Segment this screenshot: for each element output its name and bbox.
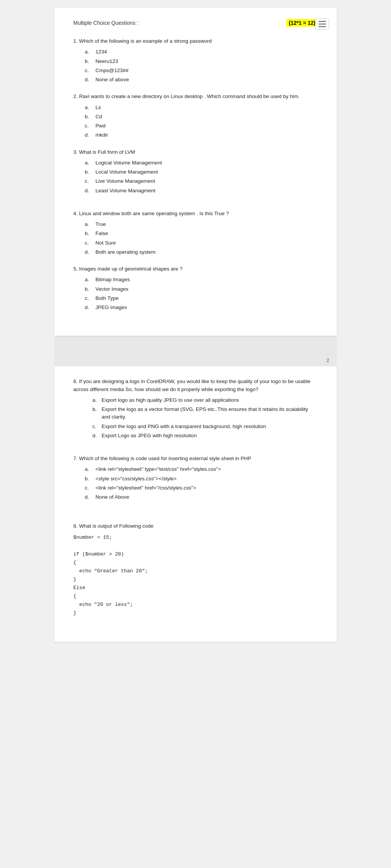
option-text: None of Above — [95, 493, 129, 501]
list-item: a. <link rel="stylesheet" type="text/css… — [85, 465, 318, 473]
question-7: 7. Which of the following is code used f… — [73, 455, 318, 501]
question-1-options: a. 1234 b. Neeru123 c. Cmps@123## d. Non… — [73, 48, 318, 84]
question-1: 1. Which of the following is an example … — [73, 37, 318, 84]
option-text: <link rel="stylesheet" type="text/css" h… — [95, 465, 221, 473]
option-text: Least Volume Managment — [95, 187, 155, 195]
option-label: b. — [85, 285, 91, 293]
question-6-text: 6. If you are designing a logo in CorelD… — [73, 378, 318, 393]
option-label: b. — [85, 475, 91, 483]
option-label: d. — [92, 432, 99, 440]
list-item: b. Neeru123 — [85, 58, 318, 65]
option-text: Ls — [95, 104, 101, 111]
option-label: c. — [85, 67, 91, 74]
option-text: Cmps@123## — [95, 67, 129, 74]
option-label: a. — [85, 104, 91, 111]
page-2: 6. If you are designing a logo in CorelD… — [54, 366, 337, 642]
question-5: 5. Images made up of geometrical shapes … — [73, 265, 318, 311]
hamburger-line-3 — [318, 26, 326, 27]
list-item: d. None of Above — [85, 493, 318, 501]
list-item: c. Not Sure — [85, 239, 318, 247]
option-label: c. — [85, 484, 91, 492]
list-item: a. Bitmap Images — [85, 276, 318, 283]
question-3-options: a. Logical Volume Management b. Local Vo… — [73, 159, 318, 195]
question-1-text: 1. Which of the following is an example … — [73, 37, 318, 45]
page-1: Multiple Choice Questions : (12*1 = 12) … — [54, 8, 337, 336]
question-4-options: a. True b. False c. Not Sure d. Both are… — [73, 221, 318, 256]
option-label: c. — [85, 122, 91, 130]
list-item: d. mkdir — [85, 131, 318, 139]
option-text: JPEG images — [95, 304, 127, 311]
option-label: a. — [85, 465, 91, 473]
question-3-number: 3. — [73, 149, 79, 155]
option-label: a. — [85, 221, 91, 228]
page-header: Multiple Choice Questions : (12*1 = 12) — [73, 19, 318, 27]
list-item: c. Export the logo and PNG with a transp… — [92, 423, 318, 430]
option-label: b. — [92, 406, 99, 421]
list-item: a. True — [85, 221, 318, 228]
question-3-text: 3. What is Full form of LVM — [73, 148, 318, 156]
option-text: Export the logo and PNG with a transpare… — [102, 423, 266, 430]
question-8-code: $number = 15; if ($number > 20) { echo "… — [73, 533, 318, 618]
option-text: True — [95, 221, 106, 228]
option-text: mkdir — [95, 131, 108, 139]
question-4-text: 4. Linux and window both are same operat… — [73, 210, 318, 217]
list-item: b. False — [85, 230, 318, 237]
option-text: False — [95, 230, 108, 237]
question-7-number: 7. — [73, 456, 79, 461]
option-label: d. — [85, 304, 91, 311]
option-label: a. — [85, 48, 91, 56]
question-2: 2. Ravi wants to create a new directory … — [73, 93, 318, 139]
option-text: Logical Volume Management — [95, 159, 162, 167]
question-6-number: 6. — [73, 378, 79, 384]
option-label: d. — [85, 493, 91, 501]
option-text: Both are operating system — [95, 248, 156, 256]
option-text: Pwd — [95, 122, 105, 130]
menu-button[interactable] — [315, 18, 329, 30]
option-text: Both Type — [95, 295, 119, 302]
option-label: b. — [85, 58, 91, 65]
option-text: Not Sure — [95, 239, 116, 247]
list-item: c. Both Type — [85, 295, 318, 302]
option-text: 1234 — [95, 48, 107, 56]
question-3: 3. What is Full form of LVM a. Logical V… — [73, 148, 318, 195]
list-item: a. 1234 — [85, 48, 318, 56]
question-7-text: 7. Which of the following is code used f… — [73, 455, 318, 462]
hamburger-line-1 — [318, 21, 326, 22]
list-item: a. Ls — [85, 104, 318, 111]
list-item: c. Cmps@123## — [85, 67, 318, 74]
list-item: c. Live Volume Management — [85, 177, 318, 185]
option-text: Export logo as high quality JPEG to use … — [102, 396, 239, 404]
list-item: d. None of above — [85, 76, 318, 84]
list-item: a. Export logo as high quality JPEG to u… — [92, 396, 318, 404]
option-label: b. — [85, 230, 91, 237]
option-text: Export Logo as JPEG with high resolution — [102, 432, 197, 440]
option-label: d. — [85, 76, 91, 84]
list-item: b. Export the logo as a vector format (S… — [92, 406, 318, 421]
question-4-number: 4. — [73, 211, 79, 216]
question-5-text: 5. Images made up of geometrical shapes … — [73, 265, 318, 273]
question-8-number: 8. — [73, 523, 79, 529]
option-label: a. — [85, 159, 91, 167]
question-4: 4. Linux and window both are same operat… — [73, 210, 318, 256]
option-label: c. — [85, 239, 91, 247]
list-item: c. <link rel="stylesheet" href="/css/sty… — [85, 484, 318, 492]
option-text: Export the logo as a vector format (SVG,… — [102, 406, 318, 421]
list-item: b. Cd — [85, 113, 318, 121]
option-label: c. — [85, 295, 91, 302]
question-6: 6. If you are designing a logo in CorelD… — [73, 378, 318, 440]
option-text: Local Volume Management — [95, 168, 158, 176]
page-number: 2 — [326, 358, 329, 363]
option-label: a. — [92, 396, 99, 404]
list-item: d. JPEG images — [85, 304, 318, 311]
question-2-options: a. Ls b. Cd c. Pwd d. mkdir — [73, 104, 318, 139]
question-2-text: 2. Ravi wants to create a new directory … — [73, 93, 318, 100]
header-score: (12*1 = 12) — [286, 19, 318, 27]
list-item: b. Vector Images — [85, 285, 318, 293]
option-text: Live Volume Management — [95, 177, 155, 185]
option-label: b. — [85, 168, 91, 176]
question-6-options: a. Export logo as high quality JPEG to u… — [73, 396, 318, 440]
header-title: Multiple Choice Questions : — [73, 20, 138, 26]
list-item: c. Pwd — [85, 122, 318, 130]
list-item: b. Local Volume Management — [85, 168, 318, 176]
option-text: <link rel="stylesheet" href="/css/styles… — [95, 484, 196, 492]
